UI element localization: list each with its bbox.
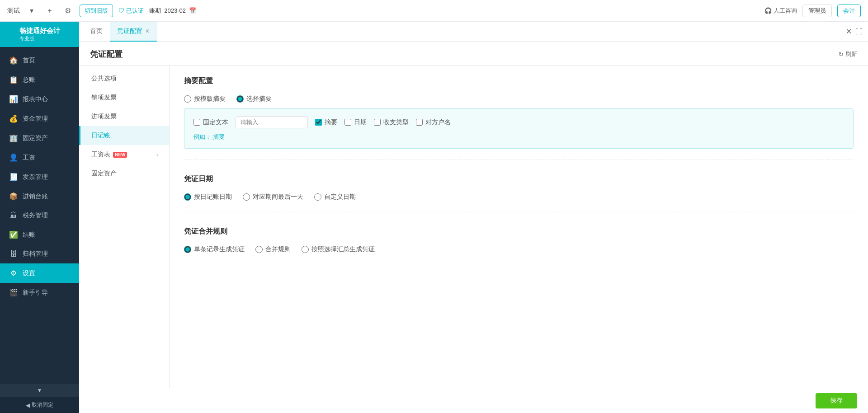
- config-nav-payroll[interactable]: 工资表 NEW ›: [79, 145, 169, 164]
- merge-radio-merge[interactable]: 合并规则: [255, 245, 291, 253]
- sidebar-item-report[interactable]: 📊 报表中心: [0, 89, 79, 109]
- sidebar-item-fixed-assets[interactable]: 🏢 固定资产: [0, 128, 79, 148]
- income-type-checkbox[interactable]: 收支类型: [374, 118, 409, 127]
- tab-close-button[interactable]: ✕: [846, 27, 852, 36]
- sidebar-item-home[interactable]: 🏠 首页: [0, 51, 79, 70]
- sidebar-item-invoice[interactable]: 🧾 发票管理: [0, 167, 79, 187]
- tab-voucher-config-close[interactable]: ✕: [145, 28, 150, 34]
- settings-button[interactable]: ⚙: [61, 5, 74, 17]
- summary-checkbox-label: 摘要: [325, 118, 337, 127]
- sidebar-item-label: 归档管理: [23, 250, 48, 258]
- fixed-text-checkbox[interactable]: 固定文本: [193, 118, 228, 127]
- sidebar-item-salary[interactable]: 👤 工资: [0, 148, 79, 167]
- page-content: 凭证配置 ↻ 刷新 公共选项 销项发票 进项发票: [79, 42, 868, 413]
- fixed-text-input[interactable]: [236, 116, 308, 128]
- summary-section: 摘要配置 按模版摘要 选择摘要: [184, 76, 854, 160]
- date-checkbox[interactable]: 日期: [344, 118, 367, 127]
- period-info: 账期 2023-02 📅: [149, 7, 196, 15]
- home-icon: 🏠: [9, 56, 18, 65]
- sidebar-cancel-fixed[interactable]: ◀ 取消固定: [0, 397, 79, 413]
- config-nav-journal-label: 日记账: [91, 131, 110, 139]
- summary-checkbox[interactable]: 摘要: [315, 118, 337, 127]
- config-nav: 公共选项 销项发票 进项发票 日记账 工资表 NEW ›: [79, 66, 170, 388]
- config-nav-sales-invoice[interactable]: 销项发票: [79, 88, 169, 107]
- report-icon: 📊: [9, 95, 18, 103]
- refresh-icon: ↻: [839, 51, 844, 58]
- date-radio-journal-label: 按日记账日期: [194, 193, 232, 201]
- config-nav-public[interactable]: 公共选项: [79, 69, 169, 88]
- save-button[interactable]: 保存: [816, 393, 857, 408]
- sidebar-item-settings[interactable]: ⚙ 设置: [0, 263, 79, 283]
- date-radio-period-last-input[interactable]: [243, 193, 250, 201]
- page-title: 凭证配置: [90, 49, 123, 60]
- date-radio-custom-input[interactable]: [314, 193, 321, 201]
- counterparty-checkbox[interactable]: 对方户名: [416, 118, 451, 127]
- merge-radio-merge-label: 合并规则: [265, 245, 291, 253]
- merge-radio-merge-input[interactable]: [255, 246, 263, 253]
- fixed-assets-icon: 🏢: [9, 134, 18, 142]
- sidebar-item-label: 发票管理: [23, 173, 48, 181]
- income-type-checkbox-input[interactable]: [374, 119, 381, 126]
- config-nav-sales-invoice-label: 销项发票: [91, 94, 117, 101]
- merge-radio-single-input[interactable]: [184, 246, 191, 253]
- consult-button[interactable]: 🎧 人工咨询: [764, 7, 797, 15]
- sidebar-item-label: 进销台账: [23, 192, 48, 201]
- sidebar-item-archive[interactable]: 🗄 归档管理: [0, 244, 79, 263]
- calendar-icon[interactable]: 📅: [189, 7, 196, 14]
- summary-box-row: 固定文本 摘要 日期: [193, 116, 844, 128]
- payroll-expand-icon: ›: [156, 151, 158, 158]
- merge-radio-summary[interactable]: 按照选择汇总生成凭证: [302, 245, 375, 253]
- sidebar-item-label: 工资: [23, 154, 35, 162]
- cancel-fixed-icon: ◀: [26, 402, 30, 408]
- main-layout: 畅捷通好会计 专业版 🏠 首页 📋 总账 📊 报表中心 💰 资金管理 �: [0, 22, 868, 413]
- refresh-button[interactable]: ↻ 刷新: [839, 50, 857, 58]
- switch-old-button[interactable]: 切到旧版: [80, 5, 113, 17]
- plus-icon: +: [47, 7, 52, 15]
- date-radio-group: 按日记账日期 对应期间最后一天 自定义日期: [184, 193, 854, 201]
- summary-checkbox-input[interactable]: [315, 119, 322, 126]
- counterparty-checkbox-input[interactable]: [416, 119, 423, 126]
- sidebar-scroll-down[interactable]: ▼: [0, 384, 79, 397]
- summary-radio-template-input[interactable]: [184, 95, 191, 103]
- example-text: 例如： 摘要: [193, 133, 844, 141]
- headset-icon: 🎧: [764, 7, 772, 14]
- fund-icon: 💰: [9, 114, 18, 123]
- tab-voucher-config[interactable]: 凭证配置 ✕: [110, 22, 157, 42]
- date-checkbox-label: 日期: [354, 118, 367, 127]
- summary-radio-select-input[interactable]: [236, 95, 244, 103]
- date-checkbox-input[interactable]: [344, 119, 351, 126]
- date-radio-period-last[interactable]: 对应期间最后一天: [243, 193, 303, 201]
- config-nav-payroll-label: 工资表: [91, 150, 110, 159]
- add-button[interactable]: +: [43, 5, 56, 17]
- fixed-text-checkbox-input[interactable]: [193, 119, 200, 126]
- sidebar-logo: 畅捷通好会计 专业版: [0, 22, 79, 47]
- config-nav-fixed-assets[interactable]: 固定资产: [79, 164, 169, 183]
- config-nav-journal[interactable]: 日记账: [79, 126, 169, 145]
- tab-home[interactable]: 首页: [83, 22, 110, 42]
- project-dropdown[interactable]: ▾: [25, 5, 38, 17]
- date-radio-journal[interactable]: 按日记账日期: [184, 193, 232, 201]
- summary-radio-select[interactable]: 选择摘要: [236, 95, 272, 103]
- date-radio-custom[interactable]: 自定义日期: [314, 193, 356, 201]
- merge-section: 凭证合并规则 单条记录生成凭证 合并规则: [184, 227, 854, 264]
- sidebar-item-ledger[interactable]: 📋 总账: [0, 70, 79, 89]
- merge-radio-group: 单条记录生成凭证 合并规则 按照选择汇总生成凭证: [184, 245, 854, 253]
- sidebar-item-settle[interactable]: ✅ 结账: [0, 225, 79, 244]
- config-nav-fixed-assets-label: 固定资产: [91, 169, 117, 177]
- accountant-button[interactable]: 会计: [837, 5, 861, 17]
- guide-icon: 🎬: [9, 288, 18, 297]
- sidebar-item-trade[interactable]: 📦 进销台账: [0, 187, 79, 206]
- sidebar-item-label: 结账: [23, 231, 35, 239]
- tab-fullscreen-button[interactable]: ⛶: [855, 28, 863, 36]
- sidebar-item-fund[interactable]: 💰 资金管理: [0, 109, 79, 128]
- sidebar-item-guide[interactable]: 🎬 新手引导: [0, 283, 79, 302]
- date-radio-journal-input[interactable]: [184, 193, 191, 201]
- merge-radio-summary-input[interactable]: [302, 246, 309, 253]
- config-nav-purchase-invoice[interactable]: 进项发票: [79, 107, 169, 126]
- merge-radio-single[interactable]: 单条记录生成凭证: [184, 245, 245, 253]
- admin-button[interactable]: 管理员: [802, 5, 832, 17]
- summary-radio-template[interactable]: 按模版摘要: [184, 95, 226, 103]
- summary-radio-group: 按模版摘要 选择摘要: [184, 95, 854, 103]
- refresh-label: 刷新: [845, 50, 857, 58]
- sidebar-item-tax[interactable]: 🏛 税务管理: [0, 206, 79, 225]
